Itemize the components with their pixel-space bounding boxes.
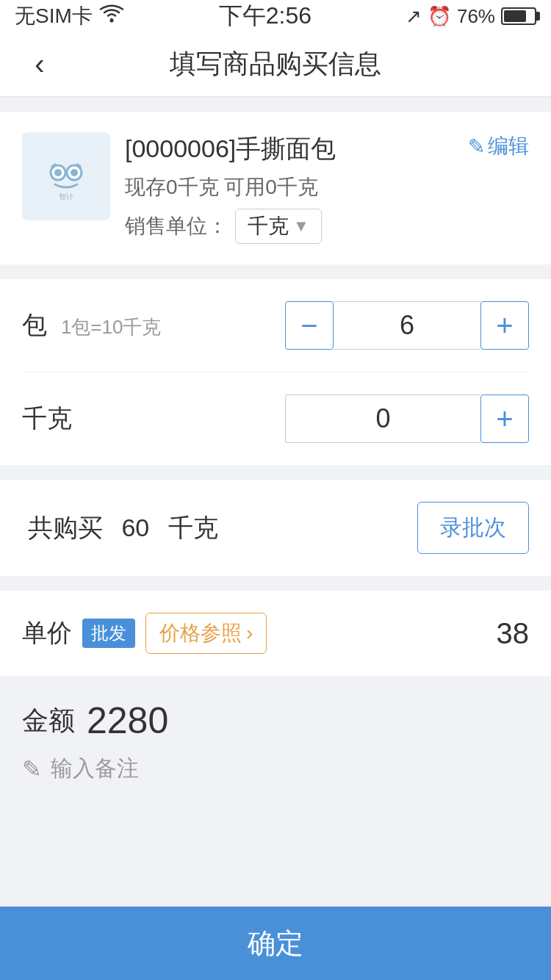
status-bar: 无SIM卡 下午2:56 ↗ ⏰ 76% <box>0 0 551 32</box>
amount-label: 金额 <box>22 703 75 739</box>
quantity-section: 包 1包=10千克 − + 千克 + <box>0 279 551 465</box>
note-placeholder: 输入备注 <box>51 754 139 784</box>
product-stock: 现存0千克 可用0千克 <box>125 173 529 201</box>
quantity-row-kg: 千克 + <box>22 372 529 465</box>
confirm-button[interactable]: 确定 <box>0 907 551 980</box>
total-section: 共购买 60 千克 录批次 <box>0 480 551 576</box>
price-row: 单价 批发 价格参照 › 38 <box>22 613 529 654</box>
quantity-control-kg: + <box>285 394 529 443</box>
amount-row: 金额 2280 <box>22 699 529 742</box>
status-right: ↗ ⏰ 76% <box>406 5 536 28</box>
spacer <box>0 806 551 894</box>
price-label: 单价 <box>22 616 72 650</box>
svg-point-4 <box>54 169 62 176</box>
amount-section: 金额 2280 ✎ 输入备注 <box>0 677 551 806</box>
quantity-hint-bao: 1包=10千克 <box>61 316 162 338</box>
quantity-row-bao: 包 1包=10千克 − + <box>22 279 529 372</box>
price-label-group: 单价 批发 价格参照 › <box>22 613 267 654</box>
svg-point-5 <box>71 169 78 176</box>
back-button[interactable]: ‹ <box>18 43 62 87</box>
product-name: [0000006]手撕面包 <box>125 132 336 166</box>
price-tag: 批发 <box>82 619 135 648</box>
status-left: 无SIM卡 <box>15 2 125 30</box>
product-image: 智计 <box>22 132 110 220</box>
quantity-input-bao[interactable] <box>334 301 480 350</box>
edit-icon: ✎ <box>468 134 485 159</box>
svg-point-0 <box>109 18 113 22</box>
note-icon: ✎ <box>22 755 42 783</box>
carrier-text: 无SIM卡 <box>15 2 93 30</box>
amount-value: 2280 <box>87 699 168 742</box>
price-ref-arrow: › <box>246 621 253 645</box>
nav-bar: ‹ 填写商品购买信息 <box>0 32 551 97</box>
location-icon: ↗ <box>406 5 422 28</box>
batch-button[interactable]: 录批次 <box>417 502 529 554</box>
battery-icon <box>501 7 536 25</box>
wifi-icon <box>98 4 125 29</box>
unit-selector[interactable]: 千克 ▼ <box>235 209 322 244</box>
increment-kg-button[interactable]: + <box>480 394 529 443</box>
svg-text:智计: 智计 <box>59 192 73 201</box>
edit-label: 编辑 <box>488 132 529 160</box>
battery-percent: 76% <box>457 5 495 28</box>
status-time: 下午2:56 <box>219 0 311 32</box>
edit-button[interactable]: ✎ 编辑 <box>468 132 529 160</box>
page-title: 填写商品购买信息 <box>170 46 381 82</box>
quantity-control-bao: − + <box>285 301 529 350</box>
price-value: 38 <box>497 617 530 650</box>
product-thumbnail: 智计 <box>40 151 92 202</box>
product-info: [0000006]手撕面包 ✎ 编辑 现存0千克 可用0千克 销售单位： 千克 … <box>125 132 529 244</box>
price-ref-button[interactable]: 价格参照 › <box>145 613 267 654</box>
price-section: 单价 批发 价格参照 › 38 <box>0 591 551 676</box>
quantity-label-kg: 千克 <box>22 402 72 436</box>
unit-dropdown-icon: ▼ <box>293 217 309 236</box>
price-ref-label: 价格参照 <box>159 619 242 647</box>
quantity-label-bao: 包 1包=10千克 <box>22 309 161 342</box>
note-row[interactable]: ✎ 输入备注 <box>22 754 529 784</box>
total-text: 共购买 60 千克 <box>22 511 224 545</box>
product-section: 智计 [0000006]手撕面包 ✎ 编辑 现存0千克 可用0千克 销售单位： … <box>0 112 551 264</box>
decrement-bao-button[interactable]: − <box>285 301 334 350</box>
quantity-input-kg[interactable] <box>285 394 480 443</box>
increment-bao-button[interactable]: + <box>480 301 529 350</box>
unit-value: 千克 <box>248 212 289 240</box>
unit-label: 销售单位： <box>125 212 228 240</box>
alarm-icon: ⏰ <box>428 5 451 28</box>
